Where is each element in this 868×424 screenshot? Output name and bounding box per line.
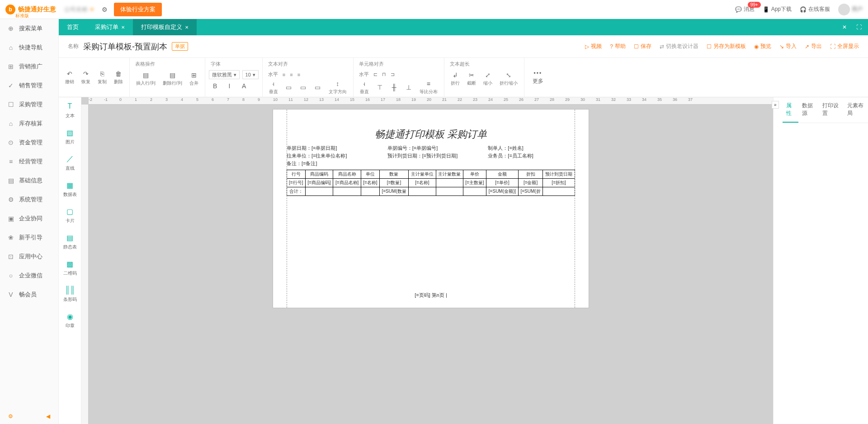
messages-link[interactable]: 💬 消息 99+ (735, 5, 755, 13)
tb-btn[interactable]: ↶撤销 (62, 69, 77, 86)
logo-icon: b (5, 5, 15, 14)
fullscreen-icon[interactable]: ⛶ (853, 21, 865, 33)
tab[interactable]: 采购订单✕ (87, 19, 133, 35)
panel-tab[interactable]: 数据源 (798, 97, 819, 123)
action-icon: ☐ (634, 43, 639, 50)
nav-icon: ⚙ (7, 196, 14, 203)
font-family-select[interactable]: 微软雅黑 ▾ (209, 70, 240, 79)
name-label: 名称 (68, 43, 79, 50)
tb-btn[interactable]: ⎘复制 (95, 69, 109, 86)
sidebar-item[interactable]: ⊕搜索菜单 (0, 19, 58, 38)
tb-btn[interactable]: ▭ (297, 82, 310, 92)
tb-btn[interactable]: ⤢缩小 (481, 70, 495, 87)
app-download-link[interactable]: 📱App下载 (763, 5, 792, 13)
online-service-link[interactable]: 🎧在线客服 (800, 5, 830, 13)
tool-直线[interactable]: ／直线 (59, 150, 81, 176)
nav-icon: ⊡ (7, 253, 14, 260)
nav-icon: ⊙ (7, 139, 14, 146)
tab[interactable]: 打印模板自定义✕ (133, 19, 197, 35)
panel-tab[interactable]: 属性 (783, 97, 798, 123)
tb-btn[interactable]: ▤插入行/列 (133, 70, 158, 87)
tb-btn[interactable]: 🗑删除 (111, 69, 126, 86)
tool-二维码[interactable]: ▩二维码 (59, 255, 81, 281)
nav-icon: ❀ (7, 234, 14, 241)
sidebar-item[interactable]: ⊙资金管理 (0, 133, 58, 152)
headset-icon: 🎧 (800, 6, 807, 13)
tb-btn[interactable]: A (238, 81, 250, 91)
print-page[interactable]: 畅捷通打印模板 采购订单 单据日期：[=单据日期]单据编号：[=单据编号]制单人… (273, 109, 589, 308)
collapse-icon[interactable]: ◀ (46, 413, 50, 419)
template-name: 采购订单模板-预置副本 (83, 41, 167, 52)
nav-icon: ☐ (7, 101, 14, 108)
nav-icon: ⌂ (7, 44, 14, 51)
tb-btn[interactable]: ▤删除行/列 (160, 70, 185, 87)
sidebar-item[interactable]: ⌂库存核算 (0, 114, 58, 133)
tb-btn[interactable]: ▭ (283, 82, 295, 92)
sidebar-item[interactable]: ≡经营管理 (0, 152, 58, 171)
horizontal-ruler: -2-1012345678910111213141516171819202122… (89, 97, 773, 105)
tb-btn[interactable]: ⫞垂直 (357, 79, 372, 96)
tb-btn[interactable]: ⤡折行缩小 (497, 70, 520, 87)
tool-文本[interactable]: T文本 (59, 97, 81, 124)
sidebar-item[interactable]: ❀新手引导 (0, 228, 58, 247)
tb-btn[interactable]: ≡等比分布 (417, 79, 440, 96)
tb-btn[interactable]: ⊤ (373, 82, 386, 92)
sidebar-item[interactable]: ○企业微信 (0, 266, 58, 285)
action-保存[interactable]: ☐保存 (634, 43, 651, 50)
panel-tab[interactable]: 元素布局 (844, 97, 868, 123)
tb-btn[interactable]: ⊥ (402, 82, 415, 92)
close-tab-icon[interactable]: ✕ (838, 21, 851, 33)
action-帮助[interactable]: ?帮助 (610, 43, 626, 50)
user-menu[interactable]: 用户 (838, 4, 863, 15)
sidebar-item[interactable]: V畅会员 (0, 285, 58, 304)
tool-数据表[interactable]: ▦数据表 (59, 176, 81, 202)
message-icon: 💬 (735, 6, 742, 13)
expand-panel-icon[interactable]: » (772, 101, 779, 109)
tb-btn[interactable]: I (223, 81, 236, 91)
settings-icon[interactable]: ⚙ (8, 413, 13, 419)
tb-btn[interactable]: ↕文字方向 (326, 79, 349, 96)
sidebar-item[interactable]: ✓销售管理 (0, 76, 58, 95)
tool-印章[interactable]: ◉印章 (59, 307, 81, 333)
tb-btn[interactable]: B (209, 81, 222, 91)
action-icon: ↘ (779, 43, 784, 50)
sidebar-item[interactable]: ⌂快捷导航 (0, 38, 58, 57)
tool-卡片[interactable]: ▢卡片 (59, 202, 81, 229)
action-视频[interactable]: ▷视频 (585, 43, 602, 50)
action-全屏显示[interactable]: ⛶全屏显示 (830, 43, 859, 50)
action-预览[interactable]: ◉预览 (754, 43, 771, 50)
action-切换老设计器[interactable]: ⇄切换老设计器 (660, 43, 698, 50)
page-title[interactable]: 畅捷通打印模板 采购订单 (287, 128, 575, 141)
close-icon[interactable]: ✕ (121, 25, 125, 30)
page-note[interactable]: 备注：[=备注] (287, 160, 575, 167)
tb-btn[interactable]: ⫞垂直 (266, 79, 281, 96)
data-table[interactable]: 行号商品编码商品名称单位数量主计量单位主计量数量单价金额折扣预计到货日期 [=行… (287, 170, 575, 196)
tool-静态表[interactable]: ▤静态表 (59, 229, 81, 255)
sidebar-item[interactable]: ⊞营销推广 (0, 57, 58, 76)
gear-icon[interactable]: ⚙ (102, 6, 108, 13)
tb-btn[interactable]: ✂截断 (464, 70, 479, 87)
tb-btn[interactable]: ⊞合并 (187, 70, 201, 87)
sidebar-item[interactable]: ▤基础信息 (0, 171, 58, 190)
sidebar-item[interactable]: ⚙系统管理 (0, 190, 58, 209)
tb-btn[interactable]: ▭ (311, 82, 324, 92)
page-footer[interactable]: [=页码] 第n页 | (273, 292, 589, 299)
more-button[interactable]: ••• 更多 (524, 58, 552, 97)
tool-图片[interactable]: ▧图片 (59, 124, 81, 150)
try-industry-button[interactable]: 体验行业方案 (114, 3, 162, 16)
tb-btn[interactable]: ↷恢复 (79, 69, 93, 86)
tool-条形码[interactable]: ║║条形码 (59, 281, 81, 307)
action-导入[interactable]: ↘导入 (779, 43, 797, 50)
sidebar-item[interactable]: ⊡应用中心 (0, 247, 58, 266)
sidebar-item[interactable]: ☐采购管理 (0, 95, 58, 114)
tb-btn[interactable]: ╫ (388, 82, 401, 92)
action-另存为新模板[interactable]: ☐另存为新模板 (707, 43, 746, 50)
action-导出[interactable]: ↗导出 (805, 43, 822, 50)
company-select[interactable]: 公司名称▾ (64, 5, 94, 14)
panel-tab[interactable]: 打印设置 (819, 97, 843, 123)
tab[interactable]: 首页 (59, 19, 87, 35)
tb-btn[interactable]: ↲折行 (448, 70, 462, 87)
font-size-select[interactable]: 10 ▾ (242, 70, 259, 79)
close-icon[interactable]: ✕ (185, 25, 189, 30)
sidebar-item[interactable]: ▣企业协同 (0, 209, 58, 228)
